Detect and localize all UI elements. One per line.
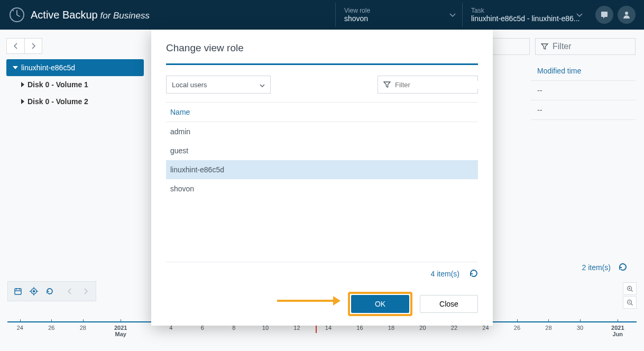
zoom-out-button[interactable]	[623, 296, 637, 309]
user-button[interactable]	[618, 6, 636, 24]
user-row[interactable]: admin	[166, 122, 478, 141]
timeline-tick-label: 28	[545, 325, 551, 331]
svg-point-5	[33, 291, 35, 292]
select-value: Local users	[172, 81, 207, 89]
ok-button[interactable]: OK	[351, 295, 409, 313]
nav-forward-button[interactable]	[24, 38, 42, 54]
timeline-tick-label: 2021Jun	[611, 325, 624, 337]
timeline-next-button[interactable]	[78, 284, 94, 299]
filter-icon	[541, 43, 548, 50]
user-row[interactable]: guest	[166, 141, 478, 160]
task-selector[interactable]: Task linuxhint-e86c5d - linuxhint-e86...	[462, 3, 589, 27]
filter-box[interactable]: Filter	[535, 38, 636, 55]
modal-filter-input[interactable]	[395, 81, 484, 89]
timeline-tick-label: 2021May	[114, 325, 127, 337]
calendar-button[interactable]	[10, 284, 26, 299]
view-role-label: View role	[344, 7, 454, 14]
locate-button[interactable]	[26, 284, 42, 299]
modal-filter-box[interactable]	[378, 76, 478, 94]
svg-rect-1	[601, 12, 608, 17]
nav-back-button[interactable]	[6, 38, 24, 54]
tree-child-item[interactable]: Disk 0 - Volume 1	[6, 76, 144, 93]
modal-title: Change view role	[166, 42, 478, 54]
refresh-button[interactable]	[618, 262, 627, 273]
user-type-select[interactable]: Local users	[166, 76, 271, 94]
filter-label: Filter	[553, 42, 572, 51]
app-logo-icon	[8, 6, 25, 23]
chevron-right-icon	[21, 99, 24, 104]
chevron-down-icon	[13, 66, 18, 69]
modal-item-count: 4 item(s)	[431, 270, 459, 278]
cell-modified: --	[531, 81, 636, 100]
timeline-tick-label: 30	[577, 325, 583, 331]
task-value: linuxhint-e86c5d - linuxhint-e86...	[471, 14, 581, 23]
view-role-value: shovon	[344, 14, 454, 23]
tree-item-label: Disk 0 - Volume 2	[27, 97, 88, 106]
cell-modified: --	[531, 100, 636, 120]
user-row[interactable]: shovon	[166, 179, 478, 198]
annotation-highlight: OK	[348, 292, 412, 316]
app-header: Active Backup for Business View role sho…	[0, 0, 644, 30]
app-title: Active Backup for Business	[31, 9, 150, 21]
timeline-tick-label: 28	[80, 325, 86, 331]
messages-button[interactable]	[595, 6, 613, 24]
chevron-right-icon	[21, 82, 24, 87]
sidebar: linuxhint-e86c5d Disk 0 - Volume 1 Disk …	[0, 30, 150, 277]
tree-item-label: linuxhint-e86c5d	[21, 63, 75, 72]
change-view-role-modal: Change view role Local users Name adming…	[151, 30, 493, 326]
tree-child-item[interactable]: Disk 0 - Volume 2	[6, 93, 144, 110]
view-role-selector[interactable]: View role shovon	[335, 3, 462, 27]
task-label: Task	[471, 7, 581, 14]
timeline-prev-button[interactable]	[62, 284, 78, 299]
timeline-tick-label: 26	[48, 325, 54, 331]
column-name[interactable]: Name	[170, 108, 453, 116]
filter-icon	[383, 81, 391, 88]
chevron-down-icon	[449, 10, 456, 20]
timeline-toolbar	[7, 281, 96, 301]
close-button[interactable]: Close	[420, 295, 478, 313]
svg-rect-3	[15, 289, 21, 294]
annotation-arrow	[277, 300, 335, 302]
refresh-timeline-button[interactable]	[42, 284, 58, 299]
user-row[interactable]: linuxhint-e86c5d	[166, 160, 478, 179]
item-count: 2 item(s)	[582, 263, 611, 272]
svg-point-2	[625, 12, 628, 15]
timeline-tick-label: 26	[514, 325, 520, 331]
modal-refresh-button[interactable]	[469, 269, 478, 279]
timeline-tick-label: 24	[17, 325, 23, 331]
chevron-down-icon	[260, 81, 265, 89]
zoom-in-button[interactable]	[623, 282, 637, 295]
column-modified-time[interactable]: Modified time	[531, 61, 636, 81]
chevron-down-icon	[576, 10, 583, 20]
tree-root-item[interactable]: linuxhint-e86c5d	[6, 59, 144, 76]
divider	[166, 63, 478, 65]
tree-item-label: Disk 0 - Volume 1	[27, 80, 88, 89]
